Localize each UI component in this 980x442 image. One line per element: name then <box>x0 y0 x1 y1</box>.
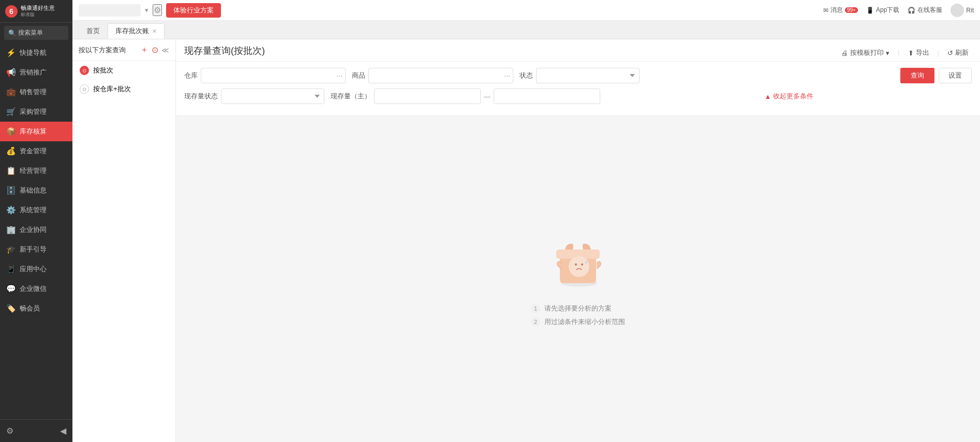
topbar-search-input[interactable] <box>79 4 141 17</box>
sidebar-item-quick-nav[interactable]: ⚡ 快捷导航 <box>0 43 72 63</box>
instruction-text-2: 用过滤条件来缩小分析范围 <box>544 317 625 327</box>
trial-button[interactable]: 体验行业方案 <box>166 3 221 18</box>
filter-area: 仓库 ··· 商品 ··· 状态 <box>176 62 980 116</box>
collapse-filter-button[interactable]: ▲ 收起更多条件 <box>765 92 814 101</box>
apps-icon: 📱 <box>6 264 16 274</box>
member-icon: 🏷️ <box>6 304 16 313</box>
product-label: 商品 <box>352 71 365 80</box>
refresh-icon: ↺ <box>947 49 953 57</box>
settings-icon[interactable]: ⚙ <box>4 424 16 438</box>
message-icon: ✉ <box>823 7 828 14</box>
brand-sub: 标准版 <box>21 11 55 18</box>
brand-icon: 6 <box>5 5 18 18</box>
quick-nav-icon: ⚡ <box>6 48 16 57</box>
wechat-icon: 💬 <box>6 284 16 293</box>
svg-point-4 <box>575 263 577 266</box>
app-download-button[interactable]: 📱 App下载 <box>866 6 899 14</box>
app-icon: 📱 <box>866 7 874 14</box>
scheme-secondary-icon: ⊙ <box>80 84 89 94</box>
sidebar-item-enterprise[interactable]: 🏢 企业协同 <box>0 220 72 240</box>
basics-icon: 🗄️ <box>6 186 16 195</box>
filter-row-1: 仓库 ··· 商品 ··· 状态 <box>184 68 972 83</box>
print-button[interactable]: 🖨 按模板打印 ▾ <box>838 47 893 59</box>
sidebar-item-finance[interactable]: 💰 资金管理 <box>0 141 72 161</box>
tab-inventory-batch-label: 库存批次账 <box>115 26 149 36</box>
print-chevron-icon: ▾ <box>886 49 889 57</box>
product-input-wrap: ··· <box>368 68 513 83</box>
collapse-icon: ▲ <box>765 93 771 100</box>
customer-service-button[interactable]: 🎧 在线客服 <box>908 6 942 14</box>
scheme-item-warehouse-batch[interactable]: ⊙ 按仓库+批次 <box>72 80 175 98</box>
right-main: 现存量查询(按批次) 🖨 按模板打印 ▾ | ⬆ 导出 | <box>176 39 980 442</box>
tab-inventory-batch[interactable]: 库存批次账 ✕ <box>108 23 165 39</box>
sidebar-item-label-purchase: 采购管理 <box>20 107 47 116</box>
operations-icon: 📋 <box>6 166 16 175</box>
sidebar-item-purchase[interactable]: 🛒 采购管理 <box>0 102 72 122</box>
message-label: 消息 <box>830 6 843 14</box>
scheme-panel-title: 按以下方案查询 <box>79 46 126 55</box>
product-search-icon[interactable]: ··· <box>504 71 510 80</box>
sidebar-item-basics[interactable]: 🗄️ 基础信息 <box>0 181 72 200</box>
sidebar-item-label-finance: 资金管理 <box>20 146 47 156</box>
topbar-gear-icon[interactable]: ⚙ <box>153 4 162 16</box>
collapse-panel-button[interactable]: ≪ <box>161 46 169 54</box>
warehouse-search-icon[interactable]: ··· <box>336 71 343 80</box>
scheme-settings-button[interactable]: ⊙ <box>152 45 158 55</box>
add-scheme-button[interactable]: ＋ <box>140 45 149 55</box>
collapse-sidebar-button[interactable]: ◀ <box>58 424 68 438</box>
sidebar-item-inventory[interactable]: 📦 库存核算 <box>0 122 72 141</box>
export-icon: ⬆ <box>908 49 914 57</box>
inventory-icon: 📦 <box>6 127 16 136</box>
topbar-right: ✉ 消息 99+ 📱 App下载 🎧 在线客服 Rit <box>823 4 974 17</box>
export-label: 导出 <box>916 48 929 57</box>
avatar <box>951 4 964 17</box>
search-menu-button[interactable]: 🔍 搜索菜单 <box>4 26 68 40</box>
product-input[interactable] <box>368 68 513 83</box>
stock-qty-from-input[interactable] <box>374 89 481 104</box>
message-button[interactable]: ✉ 消息 99+ <box>823 6 858 14</box>
warehouse-filter: 仓库 ··· <box>184 68 346 83</box>
stock-status-filter: 现存量状态 <box>184 89 324 104</box>
topbar-chevron-icon: ▾ <box>145 6 149 14</box>
scheme-item-batch[interactable]: ⊙ 按批次 <box>72 61 175 80</box>
scheme-panel-header: 按以下方案查询 ＋ ⊙ ≪ <box>72 39 175 61</box>
sidebar-item-wechat[interactable]: 💬 企业微信 <box>0 279 72 299</box>
tab-home[interactable]: 首页 <box>79 23 108 39</box>
svg-point-3 <box>569 256 589 277</box>
stock-qty-label: 现存量（主） <box>331 92 371 101</box>
sidebar-item-sales[interactable]: 💼 销售管理 <box>0 82 72 102</box>
query-button[interactable]: 查询 <box>900 68 934 83</box>
sidebar-search-area: 🔍 搜索菜单 <box>0 23 72 43</box>
stock-qty-to-input[interactable] <box>494 89 600 104</box>
stock-status-select[interactable] <box>221 89 324 104</box>
user-menu[interactable]: Rit <box>951 4 974 17</box>
sidebar-header: 6 畅康通好生意 标准版 <box>0 0 72 23</box>
scheme-batch-label: 按批次 <box>93 66 113 75</box>
warehouse-input[interactable] <box>201 68 346 83</box>
sidebar-item-member[interactable]: 🏷️ 畅会员 <box>0 299 72 318</box>
settings-button[interactable]: 设置 <box>939 68 972 83</box>
instruction-item-1: 1 请先选择要分析的方案 <box>531 304 625 313</box>
sidebar-item-operations[interactable]: 📋 经营管理 <box>0 161 72 181</box>
system-icon: ⚙️ <box>6 205 16 215</box>
page-header-actions: 🖨 按模板打印 ▾ | ⬆ 导出 | ↺ 刷新 <box>838 47 972 59</box>
sidebar-item-apps[interactable]: 📱 应用中心 <box>0 259 72 279</box>
empty-instructions: 1 请先选择要分析的方案 2 用过滤条件来缩小分析范围 <box>531 304 625 327</box>
tab-close-icon[interactable]: ✕ <box>152 28 157 35</box>
sidebar-item-marketing[interactable]: 📢 营销推广 <box>0 63 72 82</box>
search-menu-label: 搜索菜单 <box>18 28 43 37</box>
collapse-label: 收起更多条件 <box>773 92 813 101</box>
sidebar-item-label-inventory: 库存核算 <box>20 127 47 136</box>
refresh-button[interactable]: ↺ 刷新 <box>944 47 972 59</box>
sidebar-item-label-member: 畅会员 <box>20 304 40 313</box>
sidebar-item-system[interactable]: ⚙️ 系统管理 <box>0 200 72 220</box>
instruction-item-2: 2 用过滤条件来缩小分析范围 <box>531 317 625 327</box>
message-badge: 99+ <box>845 7 858 13</box>
scheme-primary-icon: ⊙ <box>80 66 89 75</box>
sidebar-item-newbie[interactable]: 🎓 新手引导 <box>0 240 72 259</box>
export-button[interactable]: ⬆ 导出 <box>905 47 932 59</box>
empty-state: 1 请先选择要分析的方案 2 用过滤条件来缩小分析范围 <box>176 116 980 442</box>
instruction-text-1: 请先选择要分析的方案 <box>544 304 612 313</box>
status-select[interactable] <box>536 68 640 83</box>
topbar-nav: ▾ ⚙ 体验行业方案 <box>79 3 819 18</box>
